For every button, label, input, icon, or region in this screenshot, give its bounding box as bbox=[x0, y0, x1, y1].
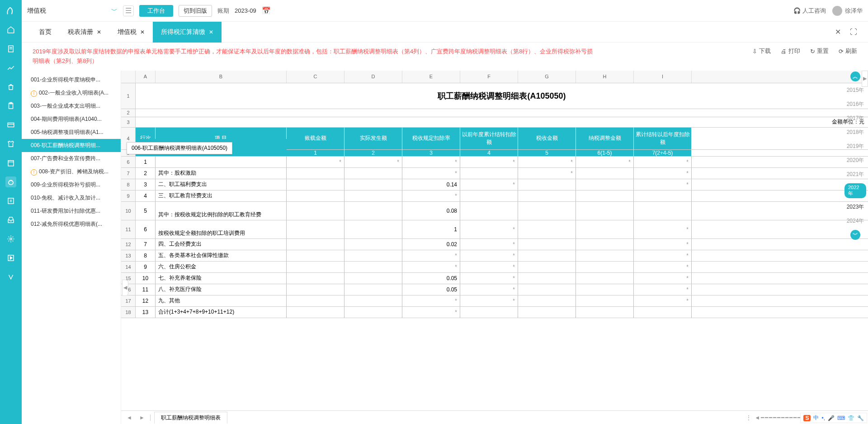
data-cell[interactable] bbox=[518, 250, 576, 261]
data-cell[interactable] bbox=[518, 307, 576, 318]
data-cell[interactable]: * bbox=[402, 307, 460, 318]
data-cell[interactable] bbox=[518, 295, 576, 306]
year-option[interactable]: 2019年 bbox=[847, 141, 864, 152]
row-number[interactable]: 6 bbox=[121, 157, 136, 167]
data-cell[interactable] bbox=[634, 202, 692, 220]
data-cell[interactable]: * bbox=[460, 250, 518, 261]
data-cell[interactable] bbox=[576, 220, 634, 238]
data-cell[interactable] bbox=[460, 191, 518, 201]
data-cell[interactable]: * bbox=[460, 284, 518, 295]
data-cell[interactable] bbox=[287, 168, 344, 179]
v-icon[interactable] bbox=[5, 272, 16, 282]
col-header[interactable]: B bbox=[156, 71, 287, 83]
sidebar-item[interactable]: 006-职工薪酬纳税调整明细... bbox=[22, 139, 121, 152]
close-icon[interactable]: ✕ bbox=[140, 29, 145, 35]
col-header[interactable]: A bbox=[136, 71, 156, 83]
col-header[interactable]: F bbox=[460, 71, 518, 83]
ime-keyboard-icon[interactable]: ⌨ bbox=[837, 415, 845, 421]
data-cell[interactable] bbox=[287, 250, 344, 261]
data-cell[interactable] bbox=[518, 202, 576, 220]
col-header[interactable]: H bbox=[576, 71, 634, 83]
sidebar-item[interactable]: 001-企业所得税年度纳税申... bbox=[22, 73, 121, 86]
data-cell[interactable] bbox=[576, 168, 634, 179]
bag-icon[interactable] bbox=[5, 81, 16, 92]
tax-type-dropdown[interactable]: 增值税 ﹀ bbox=[27, 7, 118, 15]
data-cell[interactable] bbox=[460, 202, 518, 220]
switch-old-button[interactable]: 切到旧版 bbox=[179, 5, 212, 17]
ime-mic-icon[interactable]: 🎤 bbox=[828, 415, 835, 421]
row-number[interactable]: 17 bbox=[121, 295, 136, 306]
sheet-tab[interactable]: 职工薪酬纳税调整明细表 bbox=[154, 412, 227, 424]
calendar-picker-icon[interactable]: 📅 bbox=[262, 6, 271, 15]
year-option[interactable]: 2016年 bbox=[847, 99, 864, 110]
play-icon[interactable] bbox=[5, 252, 16, 263]
data-cell[interactable] bbox=[460, 168, 518, 179]
tab-税表清册[interactable]: 税表清册✕ bbox=[60, 22, 109, 43]
row-number[interactable]: 14 bbox=[121, 262, 136, 272]
data-cell[interactable] bbox=[460, 307, 518, 318]
data-cell[interactable] bbox=[344, 250, 402, 261]
grid-rows[interactable]: 1职工薪酬纳税调整明细表(A105050)23金额单位：元4行次项 目账载金额实… bbox=[121, 83, 868, 410]
row-number[interactable]: 7 bbox=[121, 168, 136, 179]
data-cell[interactable] bbox=[634, 307, 692, 318]
data-cell[interactable] bbox=[576, 239, 634, 250]
data-cell[interactable]: * bbox=[634, 250, 692, 261]
sidebar-item[interactable]: 007-广告费和业务宣传费跨... bbox=[22, 152, 121, 165]
data-cell[interactable] bbox=[576, 295, 634, 306]
inbox-icon[interactable] bbox=[5, 214, 16, 225]
data-cell[interactable] bbox=[518, 273, 576, 284]
exchange-icon[interactable] bbox=[5, 195, 16, 206]
clipboard-icon[interactable] bbox=[5, 100, 16, 111]
sidebar-item[interactable]: 010-免税、减计收入及加计... bbox=[22, 191, 121, 205]
close-all-icon[interactable]: ✕ bbox=[833, 26, 843, 38]
data-cell[interactable] bbox=[287, 262, 344, 272]
logo-icon[interactable] bbox=[5, 5, 16, 16]
col-header[interactable]: I bbox=[634, 71, 692, 83]
tab-首页[interactable]: 首页 bbox=[31, 22, 60, 43]
data-cell[interactable] bbox=[287, 239, 344, 250]
data-cell[interactable]: 0.05 bbox=[402, 273, 460, 284]
ime-lang[interactable]: 中 bbox=[813, 414, 819, 422]
data-cell[interactable]: * bbox=[460, 295, 518, 306]
workspace-button[interactable]: 工作台 bbox=[139, 5, 173, 17]
tab-next-icon[interactable]: ► bbox=[137, 414, 146, 421]
calendar-icon[interactable] bbox=[5, 157, 16, 168]
sidebar-item[interactable]: 004-期间费用明细表(A1040... bbox=[22, 113, 121, 126]
ime-skin-icon[interactable]: 👕 bbox=[848, 415, 854, 421]
year-down-icon[interactable]: ︾ bbox=[850, 230, 860, 240]
sidebar-item[interactable]: 009-企业所得税弥补亏损明... bbox=[22, 178, 121, 191]
shirt-icon[interactable] bbox=[5, 138, 16, 149]
data-cell[interactable] bbox=[518, 220, 576, 238]
row-number[interactable]: 2 bbox=[121, 109, 136, 117]
data-cell[interactable] bbox=[518, 239, 576, 250]
data-cell[interactable] bbox=[344, 284, 402, 295]
data-cell[interactable] bbox=[344, 307, 402, 318]
col-header[interactable]: C bbox=[287, 71, 344, 83]
data-cell[interactable] bbox=[344, 179, 402, 190]
collapse-sidebar-handle[interactable]: ◀ bbox=[122, 280, 128, 296]
sidebar-item[interactable]: 008-资产折旧、摊销及纳税... bbox=[22, 165, 121, 178]
row-number[interactable]: 11 bbox=[121, 220, 136, 238]
consult-link[interactable]: 🎧人工咨询 bbox=[793, 7, 826, 15]
download-button[interactable]: ⇩下载 bbox=[752, 47, 771, 55]
data-cell[interactable]: * bbox=[634, 262, 692, 272]
data-cell[interactable]: 0.02 bbox=[402, 239, 460, 250]
data-cell[interactable]: * bbox=[460, 262, 518, 272]
data-cell[interactable]: * bbox=[402, 168, 460, 179]
data-cell[interactable] bbox=[576, 191, 634, 201]
data-cell[interactable]: * bbox=[634, 220, 692, 238]
row-number[interactable]: 9 bbox=[121, 191, 136, 201]
data-cell[interactable]: * bbox=[460, 239, 518, 250]
data-cell[interactable]: * bbox=[634, 179, 692, 190]
home-icon[interactable] bbox=[5, 24, 16, 35]
data-cell[interactable] bbox=[576, 262, 634, 272]
data-cell[interactable] bbox=[344, 220, 402, 238]
row-number[interactable]: 13 bbox=[121, 250, 136, 261]
data-cell[interactable] bbox=[287, 273, 344, 284]
data-cell[interactable] bbox=[576, 179, 634, 190]
close-icon[interactable]: ✕ bbox=[209, 29, 213, 35]
data-cell[interactable]: 1 bbox=[402, 220, 460, 238]
year-option[interactable]: 2015年 bbox=[847, 85, 864, 95]
data-cell[interactable]: * bbox=[460, 220, 518, 238]
ime-punct-icon[interactable]: •, bbox=[821, 415, 825, 421]
